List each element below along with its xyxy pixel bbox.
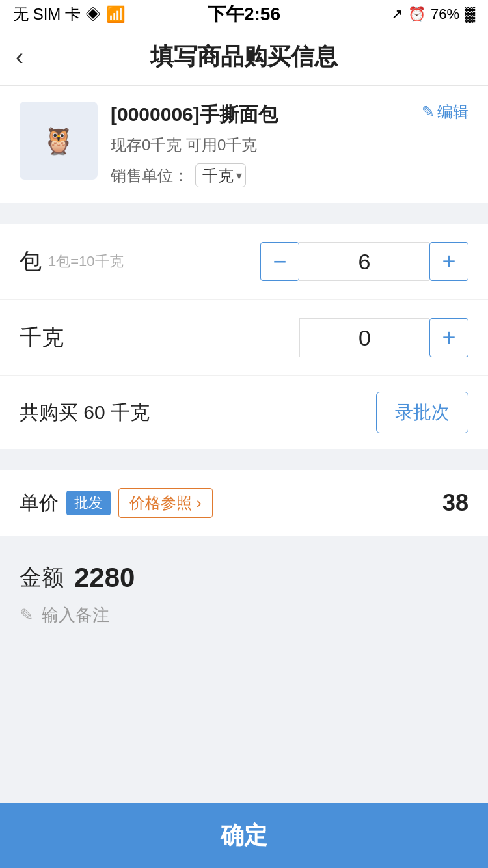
price-reference-button[interactable]: 价格参照 ›: [118, 488, 213, 518]
kg-controls: +: [299, 318, 468, 357]
unit-select-wrapper[interactable]: 千克: [195, 163, 246, 187]
product-info: [0000006]手撕面包 ✎ 编辑 现存0千克 可用0千克 销售单位： 千克: [111, 102, 468, 187]
product-stock: 现存0千克 可用0千克: [111, 135, 468, 156]
main-content-spacer: [0, 642, 488, 803]
kg-quantity-input[interactable]: [299, 318, 429, 357]
battery-percent: 76%: [431, 6, 459, 23]
price-value: 38: [442, 489, 468, 517]
bag-sublabel: 1包=10千克: [48, 252, 124, 271]
status-right: ↗ ⏰ 76% ▓: [391, 6, 475, 23]
unit-row: 销售单位： 千克: [111, 163, 468, 187]
alarm-icon: ⏰: [408, 6, 426, 23]
amount-label: 金额: [20, 563, 64, 593]
amount-row: 金额 2280: [20, 562, 468, 604]
status-bar: 无 SIM 卡 ◈ 📶 下午2:56 ↗ ⏰ 76% ▓: [0, 0, 488, 29]
nav-bar: ‹ 填写商品购买信息: [0, 29, 488, 86]
kg-increment-button[interactable]: +: [429, 318, 468, 357]
wifi-icon: 📶: [106, 5, 126, 23]
edit-label: 编辑: [437, 102, 468, 122]
separator-1: [0, 213, 488, 224]
location-icon: ↗: [391, 6, 403, 23]
quantity-section: 包 1包=10千克 − + 千克 +: [0, 224, 488, 376]
bag-controls: − +: [260, 242, 468, 281]
bag-quantity-row: 包 1包=10千克 − +: [0, 224, 488, 300]
separator-2: [0, 459, 488, 470]
total-label: 共购买 60 千克: [20, 400, 150, 426]
bag-label: 包: [20, 247, 42, 277]
page-title: 填写商品购买信息: [150, 41, 338, 73]
price-label: 单价: [20, 490, 59, 517]
status-left: 无 SIM 卡 ◈ 📶: [13, 4, 126, 25]
unit-label: 销售单位：: [111, 165, 189, 186]
separator-3: [0, 536, 488, 547]
amount-value: 2280: [74, 562, 135, 593]
kg-quantity-row: 千克 +: [0, 300, 488, 376]
kg-label: 千克: [20, 323, 64, 353]
confirm-button[interactable]: 确定: [0, 803, 488, 868]
batch-button[interactable]: 录批次: [376, 392, 468, 433]
product-image: 🦉: [20, 102, 98, 180]
product-card: 🦉 [0000006]手撕面包 ✎ 编辑 现存0千克 可用0千克 销售单位： 千…: [0, 86, 488, 203]
unit-select[interactable]: 千克: [195, 163, 246, 187]
battery-icon: ▓: [465, 6, 475, 23]
bag-quantity-input[interactable]: [299, 242, 429, 281]
remark-placeholder: 输入备注: [42, 604, 109, 627]
edit-icon: ✎: [422, 103, 435, 121]
back-button[interactable]: ‹: [16, 44, 23, 71]
price-section: 单价 批发 价格参照 › 38: [0, 470, 488, 536]
status-time: 下午2:56: [208, 2, 280, 27]
sim-label: 无 SIM 卡 ◈: [13, 4, 101, 25]
edit-button[interactable]: ✎ 编辑: [422, 102, 468, 122]
price-tag-badge: 批发: [66, 491, 111, 515]
bag-decrement-button[interactable]: −: [260, 242, 299, 281]
remark-row[interactable]: ✎ 输入备注: [20, 604, 468, 642]
product-logo: 🦉: [42, 126, 75, 156]
bag-increment-button[interactable]: +: [429, 242, 468, 281]
product-name: [0000006]手撕面包: [111, 102, 278, 128]
total-row: 共购买 60 千克 录批次: [0, 376, 488, 449]
pencil-icon: ✎: [20, 605, 34, 625]
amount-section: 金额 2280 ✎ 输入备注: [0, 547, 488, 642]
